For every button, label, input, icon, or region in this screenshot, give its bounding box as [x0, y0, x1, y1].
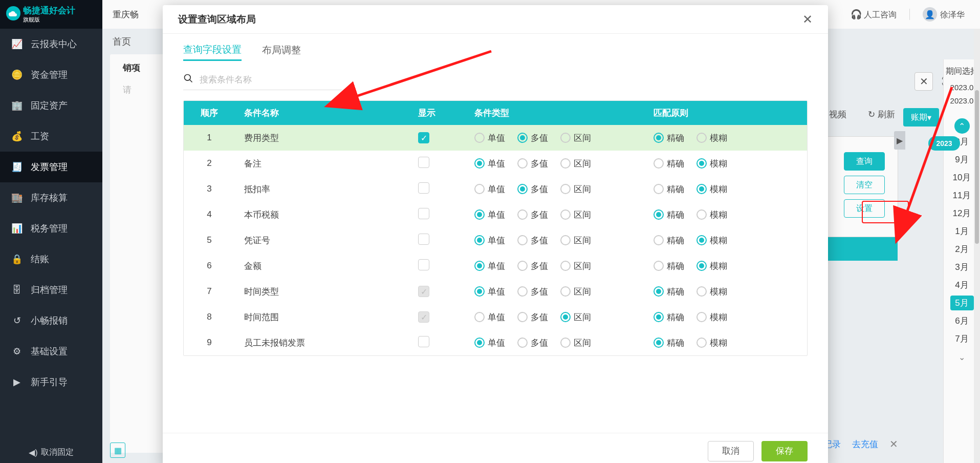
tab-layout-adjust[interactable]: 布局调整 — [262, 44, 301, 60]
type-radio-2[interactable]: 区间 — [560, 209, 591, 221]
radio-icon — [474, 312, 485, 322]
type-radio-1[interactable]: 多值 — [517, 337, 548, 349]
show-checkbox[interactable]: ✓ — [418, 132, 429, 143]
radio-icon — [517, 338, 528, 348]
match-radio-1[interactable]: 模糊 — [696, 132, 727, 144]
cell-show: ✓ — [409, 311, 465, 323]
close-icon[interactable]: ✕ — [802, 12, 813, 27]
svg-point-0 — [185, 75, 191, 81]
cell-match: 精确模糊 — [644, 209, 788, 221]
search-input[interactable] — [199, 74, 342, 86]
show-checkbox[interactable] — [418, 259, 429, 270]
type-radio-1[interactable]: 多值 — [517, 235, 548, 246]
show-checkbox[interactable] — [418, 157, 429, 168]
cell-type: 单值多值区间 — [465, 158, 644, 170]
type-radio-2[interactable]: 区间 — [560, 337, 591, 349]
cell-show — [409, 336, 465, 350]
radio-icon — [654, 286, 664, 297]
type-radio-2[interactable]: 区间 — [560, 158, 591, 170]
show-checkbox[interactable] — [418, 336, 429, 347]
match-radio-0[interactable]: 精确 — [654, 132, 684, 144]
cell-type: 单值多值区间 — [465, 209, 644, 221]
type-radio-2[interactable]: 区间 — [560, 235, 591, 246]
match-radio-0[interactable]: 精确 — [654, 337, 684, 349]
match-radio-0[interactable]: 精确 — [654, 235, 684, 246]
save-button[interactable]: 保存 — [761, 441, 808, 461]
type-radio-0[interactable]: 单值 — [474, 311, 505, 323]
type-radio-0[interactable]: 单值 — [474, 235, 505, 246]
cell-show — [409, 157, 465, 171]
match-radio-1[interactable]: 模糊 — [696, 183, 727, 195]
cell-show — [409, 182, 465, 196]
cell-name: 时间范围 — [235, 311, 409, 323]
table-header: 顺序 条件名称 显示 条件类型 匹配原则 — [184, 101, 807, 125]
radio-icon — [696, 338, 707, 348]
type-radio-1[interactable]: 多值 — [517, 209, 548, 221]
type-radio-2[interactable]: 区间 — [560, 286, 591, 298]
annotation-arrow-2 — [901, 82, 962, 227]
match-radio-0[interactable]: 精确 — [654, 183, 684, 195]
table-row: 4本币税额单值多值区间精确模糊 — [184, 202, 807, 227]
cell-match: 精确模糊 — [644, 286, 788, 298]
type-radio-0[interactable]: 单值 — [474, 260, 505, 272]
dialog-title: 设置查询区域布局 — [178, 13, 256, 26]
search-box[interactable] — [183, 70, 342, 90]
type-radio-1[interactable]: 多值 — [517, 183, 548, 195]
cell-seq: 8 — [184, 312, 235, 322]
show-checkbox[interactable] — [418, 234, 429, 245]
type-radio-2[interactable]: 区间 — [560, 260, 591, 272]
match-radio-1[interactable]: 模糊 — [696, 158, 727, 170]
match-radio-1[interactable]: 模糊 — [696, 235, 727, 246]
match-radio-1[interactable]: 模糊 — [696, 337, 727, 349]
show-checkbox[interactable] — [418, 182, 429, 194]
match-radio-0[interactable]: 精确 — [654, 286, 684, 298]
match-radio-0[interactable]: 精确 — [654, 311, 684, 323]
cell-name: 备注 — [235, 158, 409, 170]
cell-show — [409, 259, 465, 273]
cell-name: 凭证号 — [235, 235, 409, 246]
radio-icon — [517, 158, 528, 169]
type-radio-0[interactable]: 单值 — [474, 286, 505, 298]
match-radio-1[interactable]: 模糊 — [696, 260, 727, 272]
type-radio-0[interactable]: 单值 — [474, 132, 505, 144]
radio-icon — [654, 184, 664, 194]
type-radio-0[interactable]: 单值 — [474, 209, 505, 221]
cell-show: ✓ — [409, 132, 465, 143]
type-radio-0[interactable]: 单值 — [474, 158, 505, 170]
radio-icon — [560, 338, 571, 348]
match-radio-1[interactable]: 模糊 — [696, 311, 727, 323]
type-radio-1[interactable]: 多值 — [517, 260, 548, 272]
table-row: 9员工未报销发票单值多值区间精确模糊 — [184, 330, 807, 355]
cancel-button[interactable]: 取消 — [708, 441, 754, 461]
cell-seq: 6 — [184, 261, 235, 271]
type-radio-1[interactable]: 多值 — [517, 286, 548, 298]
type-radio-1[interactable]: 多值 — [517, 311, 548, 323]
radio-icon — [654, 235, 664, 245]
type-radio-0[interactable]: 单值 — [474, 183, 505, 195]
radio-icon — [560, 286, 571, 297]
radio-icon — [560, 158, 571, 169]
type-radio-0[interactable]: 单值 — [474, 337, 505, 349]
cell-seq: 1 — [184, 133, 235, 143]
radio-icon — [696, 209, 707, 220]
type-radio-1[interactable]: 多值 — [517, 132, 548, 144]
type-radio-2[interactable]: 区间 — [560, 183, 591, 195]
col-show: 显示 — [409, 101, 465, 125]
type-radio-2[interactable]: 区间 — [560, 132, 591, 144]
match-radio-0[interactable]: 精确 — [654, 260, 684, 272]
cell-seq: 9 — [184, 338, 235, 348]
radio-icon — [474, 209, 485, 220]
type-radio-2[interactable]: 区间 — [560, 311, 591, 323]
type-radio-1[interactable]: 多值 — [517, 158, 548, 170]
match-radio-0[interactable]: 精确 — [654, 158, 684, 170]
cell-seq: 5 — [184, 235, 235, 245]
match-radio-0[interactable]: 精确 — [654, 209, 684, 221]
tab-field-settings[interactable]: 查询字段设置 — [183, 43, 242, 61]
radio-icon — [517, 184, 528, 194]
match-radio-1[interactable]: 模糊 — [696, 209, 727, 221]
cell-name: 金额 — [235, 260, 409, 272]
radio-icon — [560, 133, 571, 143]
match-radio-1[interactable]: 模糊 — [696, 286, 727, 298]
table-row: 5凭证号单值多值区间精确模糊 — [184, 227, 807, 253]
show-checkbox[interactable] — [418, 208, 429, 219]
